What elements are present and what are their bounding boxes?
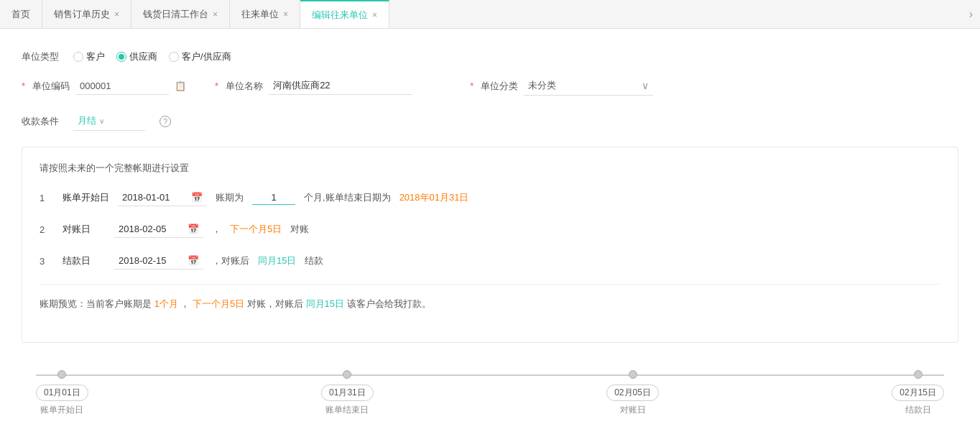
row-3-settlement-label: 同月15日 bbox=[258, 254, 296, 267]
row-3-date-wrap: 📅 bbox=[114, 252, 203, 270]
payment-terms-select[interactable]: 月结 ∨ bbox=[73, 111, 145, 131]
row-2-suffix: 对账 bbox=[290, 223, 309, 236]
payment-terms-chevron-icon: ∨ bbox=[99, 117, 104, 125]
timeline-dot-1 bbox=[343, 370, 351, 379]
period-months-input[interactable] bbox=[252, 190, 295, 205]
timeline-node-3: 02月15日 结款日 bbox=[892, 364, 944, 416]
unit-name-label: 单位名称 bbox=[226, 80, 263, 93]
tab-edit-unit[interactable]: 编辑往来单位 × bbox=[300, 0, 389, 28]
radio-supplier[interactable]: 供应商 bbox=[116, 50, 157, 63]
timeline-badge-0: 01月01日 bbox=[36, 385, 88, 401]
row-1-suffix: 个月,账单结束日期为 bbox=[304, 191, 391, 204]
preview-part1: 1个月 bbox=[154, 298, 178, 309]
preview-mid: 对账，对账后 bbox=[247, 298, 303, 309]
row-1-end-date: 2018年01月31日 bbox=[399, 191, 469, 204]
tab-sales-history-close[interactable]: × bbox=[114, 9, 119, 19]
row-1-calendar-icon[interactable]: 📅 bbox=[191, 192, 203, 203]
timeline-nodes: 01月01日 账单开始日 01月31日 账单结束日 02月05日 对账日 02月… bbox=[36, 364, 944, 416]
preview-sep1: ， bbox=[180, 298, 190, 309]
tab-edit-unit-close[interactable]: × bbox=[372, 10, 377, 20]
tab-cash-work[interactable]: 钱货日清工作台 × bbox=[131, 0, 230, 28]
unit-category-chevron-icon: ∨ bbox=[642, 80, 649, 91]
tab-unit-list-label: 往来单位 bbox=[241, 8, 279, 21]
tab-sales-history-label: 销售订单历史 bbox=[54, 8, 110, 21]
section-instruction: 请按照未来的一个完整帐期进行设置 bbox=[40, 162, 940, 175]
row-2-date-wrap: 📅 bbox=[114, 221, 203, 238]
unit-type-row: 单位类型 客户 供应商 客户/供应商 bbox=[22, 50, 958, 63]
payment-terms-value: 月结 bbox=[78, 114, 96, 127]
unit-code-input[interactable] bbox=[75, 78, 169, 95]
unit-type-radio-group: 客户 供应商 客户/供应商 bbox=[73, 50, 231, 63]
unit-fields-row: * 单位编码 📋 * 单位名称 * 单位分类 未分类 ∨ bbox=[22, 76, 958, 96]
preview-row: 账期预览：当前客户账期是 1个月 ， 下一个月5日 对账，对账后 同月15日 该… bbox=[40, 298, 940, 310]
tab-sales-history[interactable]: 销售订单历史 × bbox=[42, 0, 131, 28]
tab-cash-work-label: 钱货日清工作台 bbox=[143, 8, 208, 21]
timeline-badge-2: 02月05日 bbox=[606, 385, 659, 401]
help-icon[interactable]: ? bbox=[160, 116, 171, 127]
row-2-date-input[interactable] bbox=[119, 224, 183, 234]
row-3-calendar-icon[interactable]: 📅 bbox=[188, 255, 199, 266]
row-2-num: 2 bbox=[40, 224, 54, 235]
timeline-badge-3: 02月15日 bbox=[892, 385, 944, 401]
period-row-2: 2 对账日 📅 ， 下一个月5日 对账 bbox=[40, 221, 940, 238]
unit-category-group: * 单位分类 未分类 ∨ bbox=[470, 76, 653, 96]
unit-code-group: * 单位编码 📋 bbox=[22, 78, 186, 95]
timeline-container: 01月01日 账单开始日 01月31日 账单结束日 02月05日 对账日 02月… bbox=[36, 364, 944, 408]
unit-category-value: 未分类 bbox=[528, 79, 636, 92]
main-content: 单位类型 客户 供应商 客户/供应商 * 单位编码 📋 * bbox=[0, 29, 980, 437]
row-1-middle-label: 账期为 bbox=[216, 191, 244, 204]
row-3-num: 3 bbox=[40, 256, 54, 267]
row-2-field-label: 对账日 bbox=[63, 223, 106, 236]
copy-icon[interactable]: 📋 bbox=[175, 80, 186, 91]
row-3-field-label: 结款日 bbox=[63, 254, 106, 267]
tab-unit-list[interactable]: 往来单位 × bbox=[230, 0, 300, 28]
tab-home[interactable]: 首页 bbox=[0, 0, 42, 28]
row-3-date-input[interactable] bbox=[119, 255, 183, 266]
period-row-1: 1 账单开始日 📅 账期为 个月,账单结束日期为 2018年01月31日 bbox=[40, 189, 940, 206]
preview-part2: 下一个月5日 bbox=[193, 298, 244, 309]
unit-name-group: * 单位名称 bbox=[215, 78, 412, 95]
timeline-section: 01月01日 账单开始日 01月31日 账单结束日 02月05日 对账日 02月… bbox=[22, 357, 958, 408]
timeline-label-1: 账单结束日 bbox=[325, 404, 369, 416]
tab-bar: 首页 销售订单历史 × 钱货日清工作台 × 往来单位 × 编辑往来单位 × › bbox=[0, 0, 980, 29]
payment-terms-row: 收款条件 月结 ∨ ? bbox=[22, 111, 958, 131]
unit-name-input[interactable] bbox=[269, 78, 412, 95]
timeline-label-2: 对账日 bbox=[620, 404, 646, 416]
radio-customer-circle bbox=[73, 52, 83, 62]
period-settings-section: 请按照未来的一个完整帐期进行设置 1 账单开始日 📅 账期为 个月,账单结束日期… bbox=[22, 147, 958, 343]
radio-both-label: 客户/供应商 bbox=[182, 50, 231, 63]
divider bbox=[40, 284, 940, 285]
preview-end: 该客户会给我打款。 bbox=[347, 298, 431, 309]
tab-more-button[interactable]: › bbox=[962, 0, 980, 28]
tab-unit-list-close[interactable]: × bbox=[283, 9, 288, 19]
radio-supplier-circle bbox=[116, 52, 126, 62]
timeline-node-2: 02月05日 对账日 bbox=[606, 364, 659, 416]
unit-category-label: 单位分类 bbox=[481, 80, 518, 93]
row-1-date-input[interactable] bbox=[122, 192, 187, 203]
unit-code-star: * bbox=[22, 80, 25, 91]
radio-customer[interactable]: 客户 bbox=[73, 50, 105, 63]
row-1-date-wrap: 📅 bbox=[118, 189, 207, 206]
row-2-calendar-icon[interactable]: 📅 bbox=[188, 224, 199, 234]
unit-name-star: * bbox=[215, 80, 218, 91]
tab-edit-unit-label: 编辑往来单位 bbox=[312, 9, 368, 22]
tab-cash-work-close[interactable]: × bbox=[213, 9, 218, 19]
unit-code-label: 单位编码 bbox=[32, 80, 70, 93]
timeline-node-1: 01月31日 账单结束日 bbox=[321, 364, 374, 416]
preview-part3: 同月15日 bbox=[306, 298, 344, 309]
row-1-field-label: 账单开始日 bbox=[63, 191, 109, 204]
radio-both[interactable]: 客户/供应商 bbox=[169, 50, 231, 63]
timeline-dot-0 bbox=[57, 370, 66, 379]
radio-both-circle bbox=[169, 52, 179, 62]
row-3-prefix: ，对账后 bbox=[212, 254, 249, 267]
unit-category-star: * bbox=[470, 80, 473, 91]
row-3-suffix: 结款 bbox=[305, 254, 323, 267]
timeline-dot-2 bbox=[629, 370, 637, 379]
radio-supplier-label: 供应商 bbox=[129, 50, 157, 63]
row-1-num: 1 bbox=[40, 193, 54, 203]
unit-category-dropdown[interactable]: 未分类 ∨ bbox=[524, 76, 653, 96]
row-2-comma: ， bbox=[212, 223, 221, 236]
period-row-3: 3 结款日 📅 ，对账后 同月15日 结款 bbox=[40, 252, 940, 270]
timeline-label-0: 账单开始日 bbox=[40, 404, 83, 416]
payment-terms-label: 收款条件 bbox=[22, 115, 59, 128]
